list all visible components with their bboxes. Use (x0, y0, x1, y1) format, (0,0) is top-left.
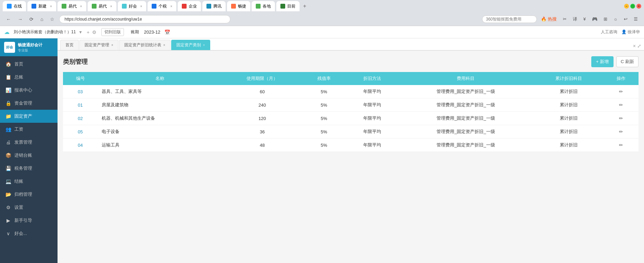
browser-tab-changjie[interactable]: 畅捷 (227, 1, 250, 11)
settings-gear-button[interactable]: ⚙ (92, 29, 97, 35)
logo-line2: 专业版 (18, 48, 42, 53)
expand-panel-button[interactable]: ⤢ (637, 43, 641, 49)
funds-icon: 🔒 (5, 100, 11, 106)
home-button[interactable]: ⌂ (38, 15, 45, 23)
cut-icon-button[interactable]: ✂ (561, 15, 569, 23)
user-avatar[interactable]: 👤 徐泽华 (621, 29, 640, 35)
browser-tab-zaixian[interactable]: 在线 (3, 1, 26, 11)
sidebar-item-home[interactable]: 🏠 首页 (0, 58, 58, 71)
cell-method-3: 年限平均 (346, 125, 399, 139)
sidebar-label-archive: 归档管理 (14, 191, 32, 198)
page-content: 类别管理 + 新增 C 刷新 编号 名称 使用期限（月） 残值率 折旧方法 费用… (58, 51, 644, 263)
reload-button[interactable]: ⟳ (27, 15, 36, 23)
add-account-button[interactable]: + (87, 29, 89, 35)
sidebar-item-reports[interactable]: 📊 报表中心 (0, 84, 58, 97)
refresh-button[interactable]: C 刷新 (616, 56, 639, 67)
close-icon[interactable]: × (140, 4, 142, 8)
close-tab-icon[interactable]: × (111, 43, 113, 47)
edit-row-button[interactable]: ✏ (619, 142, 623, 148)
browser-tab-gedi[interactable]: 各地 (252, 1, 275, 11)
sidebar-item-checkout[interactable]: 💻 结账 (0, 175, 58, 188)
cell-residual-2: 5% (302, 112, 346, 125)
col-header-residual: 残值率 (302, 72, 346, 85)
brightness-button[interactable]: ☼ (611, 15, 620, 23)
translate-button[interactable]: 译 (571, 15, 579, 23)
browser-tab-geshui[interactable]: 个税 × (148, 1, 176, 11)
wallet-button[interactable]: ¥ (581, 15, 588, 23)
cell-period-0: 60 (223, 85, 302, 98)
close-tab-icon[interactable]: × (163, 43, 165, 47)
app-logo-icon: ☁ (4, 29, 10, 35)
bookmark-button[interactable]: ☆ (48, 15, 56, 23)
new-tab-button[interactable]: + (301, 2, 308, 10)
maximize-button[interactable]: □ (630, 4, 635, 9)
sidebar-item-funds[interactable]: 🔒 资金管理 (0, 97, 58, 110)
close-panel-button[interactable]: × (633, 43, 636, 49)
tab-favicon-yidai1 (62, 4, 66, 9)
tax-icon: 💾 (5, 166, 11, 171)
category-table: 编号 名称 使用期限（月） 残值率 折旧方法 费用科目 累计折旧科目 操作 03… (63, 72, 639, 152)
sidebar-item-fixed-assets[interactable]: 📁 固定资产 (0, 110, 58, 123)
account-dropdown-button[interactable]: ▼ (78, 30, 83, 35)
edit-row-button[interactable]: ✏ (619, 89, 623, 94)
hot-search-button[interactable]: 🔥 热搜 (539, 15, 559, 23)
switch-version-button[interactable]: 切到旧版 (101, 28, 124, 36)
table-body: 03 器具、工具、家具等 60 5% 年限平均 管理费用_固定资产折旧_一级 累… (63, 85, 639, 152)
sidebar-item-archive[interactable]: 📂 归档管理 (0, 188, 58, 201)
edit-row-button[interactable]: ✏ (619, 129, 623, 134)
browser-tab-shumu[interactable]: 目前 (276, 1, 300, 11)
close-window-button[interactable]: × (636, 4, 641, 9)
browser-tab-yidai1[interactable]: 易代 × (58, 1, 86, 11)
add-button[interactable]: + 新增 (591, 56, 614, 67)
sidebar-item-settings[interactable]: ⚙ 设置 (0, 201, 58, 214)
calendar-icon[interactable]: 📅 (164, 29, 170, 35)
sidebar-label-payroll: 工资 (14, 126, 23, 132)
sidebar-item-general-ledger[interactable]: 📋 总账 (0, 71, 58, 84)
cell-residual-1: 5% (302, 98, 346, 112)
edit-row-button[interactable]: ✏ (619, 116, 623, 121)
tab-home[interactable]: 首页 (60, 40, 79, 50)
cell-depreciation-3: 累计折旧 (533, 125, 604, 139)
close-icon[interactable]: × (80, 4, 82, 8)
consultant-button[interactable]: 人工咨询 (601, 29, 617, 35)
sidebar-item-more[interactable]: ∨ 好会... (0, 227, 58, 240)
tab-asset-category[interactable]: 固定资产类别 × (171, 40, 210, 50)
grid-button[interactable]: ⊞ (602, 15, 609, 23)
browser-tab-yidai2[interactable]: 易代 × (88, 1, 116, 11)
sidebar-item-payroll[interactable]: 👥 工资 (0, 123, 58, 136)
browser-tab-xin[interactable]: 新建 × (27, 1, 56, 11)
cell-name-4: 运输工具 (98, 139, 222, 152)
browser-tab-tengxun[interactable]: 腾讯 (202, 1, 226, 11)
col-header-depreciation: 累计折旧科目 (533, 72, 604, 85)
cell-period-2: 120 (223, 112, 302, 125)
back-button[interactable]: ← (4, 15, 13, 23)
undo-button[interactable]: ↩ (622, 15, 630, 23)
cell-name-3: 电子设备 (98, 125, 222, 139)
tab-label-tengxun: 腾讯 (213, 3, 222, 9)
cell-residual-4: 5% (302, 139, 346, 152)
sidebar-item-guide[interactable]: ▶ 新手引导 (0, 214, 58, 227)
col-header-name: 名称 (98, 72, 222, 85)
table-row: 05 电子设备 36 5% 年限平均 管理费用_固定资产折旧_一级 累计折旧 ✏ (63, 125, 639, 139)
tab-fixed-asset-mgmt[interactable]: 固定资产管理 × (79, 40, 118, 50)
minimize-button[interactable]: − (624, 4, 629, 9)
edit-row-button[interactable]: ✏ (619, 102, 623, 108)
game-button[interactable]: 🎮 (590, 15, 599, 23)
tab-depreciation-table[interactable]: 固定资产折旧统计表 × (119, 40, 171, 50)
sidebar-item-invoice[interactable]: 🖨 发票管理 (0, 136, 58, 149)
sidebar-label-settings: 设置 (14, 204, 23, 211)
col-header-action: 操作 (604, 72, 639, 85)
close-icon[interactable]: × (170, 4, 172, 8)
forward-button[interactable]: → (16, 15, 25, 23)
browser-tab-haoji[interactable]: 好会 × (118, 1, 147, 11)
close-icon[interactable]: × (50, 4, 52, 8)
search-input[interactable] (482, 15, 537, 23)
close-tab-icon[interactable]: × (203, 43, 205, 47)
cell-name-2: 机器、机械和其他生产设备 (98, 112, 222, 125)
menu-button[interactable]: ☰ (632, 15, 640, 23)
sidebar-item-purchase-sales[interactable]: 📦 进销台账 (0, 149, 58, 162)
browser-tab-qiye[interactable]: 企业 (178, 1, 201, 11)
address-input[interactable] (59, 15, 230, 23)
close-icon[interactable]: × (110, 4, 112, 8)
sidebar-item-tax[interactable]: 💾 税务管理 (0, 162, 58, 175)
